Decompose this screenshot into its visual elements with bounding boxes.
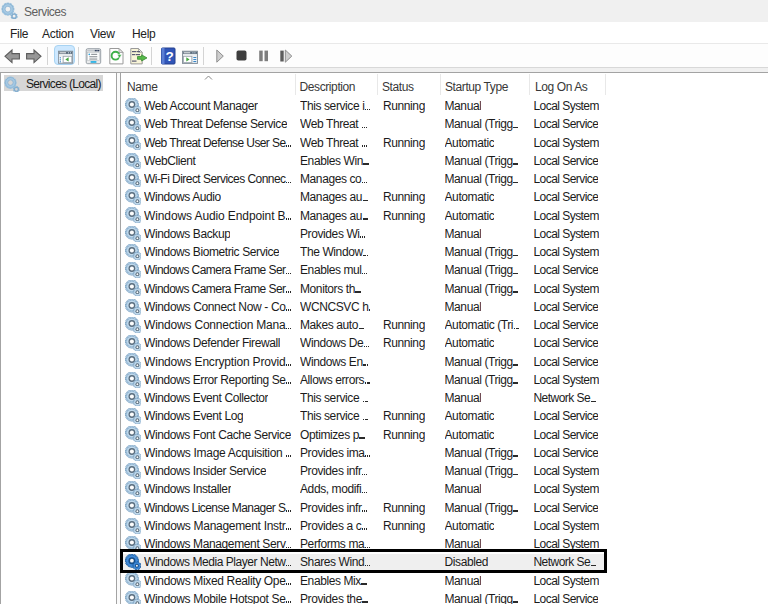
svg-text:?: ? (165, 49, 173, 64)
